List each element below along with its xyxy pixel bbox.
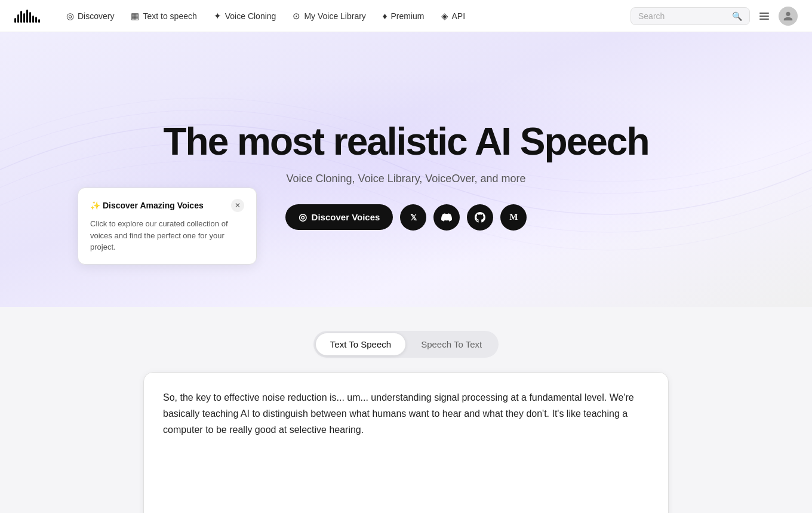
- discover-label: Discover Voices: [312, 212, 380, 222]
- svg-rect-1: [759, 16, 769, 17]
- tooltip-body: Click to explore our curated collection …: [90, 218, 244, 253]
- tooltip-title: ✨ Discover Amazing Voices: [90, 201, 204, 210]
- medium-icon: M: [509, 212, 518, 222]
- nav-links: ◎ Discovery ▦ Text to speech ✦ Voice Clo…: [59, 7, 630, 25]
- voice-cloning-icon: ✦: [214, 11, 222, 21]
- nav-label-discovery: Discovery: [78, 11, 114, 21]
- discord-button[interactable]: [433, 204, 460, 231]
- github-button[interactable]: [467, 204, 493, 231]
- hero-section: The most realistic AI Speech Voice Cloni…: [0, 32, 812, 307]
- twitter-icon: 𝕏: [410, 213, 417, 222]
- avatar[interactable]: [779, 7, 798, 26]
- bg-decoration: [0, 32, 812, 307]
- nav-label-premium: Premium: [391, 11, 425, 21]
- api-icon: ◈: [441, 11, 448, 21]
- twitter-button[interactable]: 𝕏: [400, 204, 426, 231]
- tooltip-header: ✨ Discover Amazing Voices ✕: [90, 199, 244, 212]
- search-box[interactable]: 🔍: [630, 7, 750, 25]
- nav-item-my-voice-library[interactable]: ⊙ My Voice Library: [285, 7, 373, 25]
- nav-item-api[interactable]: ◈ API: [434, 7, 473, 25]
- discovery-icon: ◎: [66, 11, 74, 21]
- tts-icon: ▦: [131, 11, 139, 21]
- premium-icon: ♦: [383, 11, 387, 21]
- logo[interactable]: [14, 10, 40, 23]
- nav-right: 🔍: [630, 7, 798, 26]
- cta-row: ◎ Discover Voices 𝕏 M: [285, 204, 527, 231]
- text-area-card: So, the key to effective noise reduction…: [143, 372, 669, 513]
- tooltip-close-button[interactable]: ✕: [231, 199, 244, 212]
- hero-subtitle: Voice Cloning, Voice Library, VoiceOver,…: [287, 173, 526, 185]
- hero-title: The most realistic AI Speech: [163, 121, 648, 162]
- navbar: ◎ Discovery ▦ Text to speech ✦ Voice Clo…: [0, 0, 812, 32]
- github-icon: [475, 212, 485, 223]
- nav-item-discovery[interactable]: ◎ Discovery: [59, 7, 121, 25]
- nav-item-premium[interactable]: ♦ Premium: [376, 7, 432, 24]
- nav-label-api: API: [452, 11, 466, 21]
- nav-item-voice-cloning[interactable]: ✦ Voice Cloning: [207, 7, 284, 25]
- tts-section: Text To Speech Speech To Text So, the ke…: [0, 307, 812, 513]
- textarea-text[interactable]: So, the key to effective noise reduction…: [163, 389, 649, 438]
- tooltip-card: ✨ Discover Amazing Voices ✕ Click to exp…: [78, 188, 257, 265]
- menu-button[interactable]: [755, 7, 774, 26]
- nav-label-tts: Text to speech: [143, 11, 196, 21]
- user-icon: [783, 11, 793, 21]
- discover-icon: ◎: [299, 211, 307, 223]
- medium-button[interactable]: M: [500, 204, 527, 231]
- tab-text-to-speech[interactable]: Text To Speech: [316, 333, 405, 355]
- svg-rect-2: [759, 19, 769, 20]
- search-input[interactable]: [638, 11, 727, 21]
- discord-icon: [441, 212, 452, 223]
- nav-label-voice-library: My Voice Library: [304, 11, 365, 21]
- logo-icon: [14, 10, 40, 23]
- hamburger-icon: [759, 11, 769, 21]
- search-icon: 🔍: [732, 11, 742, 21]
- svg-rect-0: [759, 13, 769, 14]
- voice-library-icon: ⊙: [293, 11, 300, 21]
- tab-switcher: Text To Speech Speech To Text: [313, 331, 499, 358]
- nav-label-voice-cloning: Voice Cloning: [225, 11, 276, 21]
- discover-voices-button[interactable]: ◎ Discover Voices: [285, 204, 393, 230]
- tab-speech-to-text[interactable]: Speech To Text: [407, 333, 496, 355]
- nav-item-text-to-speech[interactable]: ▦ Text to speech: [124, 7, 204, 25]
